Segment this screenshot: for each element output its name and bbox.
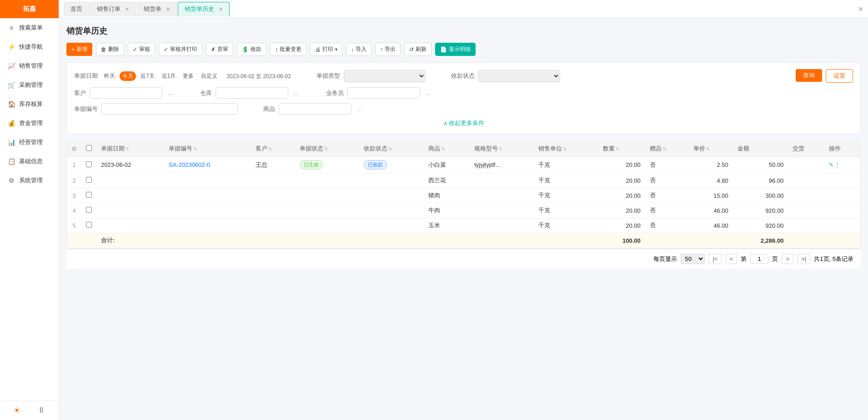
row-checkbox[interactable] — [86, 177, 92, 183]
first-page-button[interactable]: |< — [708, 254, 722, 264]
cell-customer: 王总 — [251, 157, 295, 173]
sidebar-bottom-icon2[interactable]: ⏸ — [37, 405, 45, 415]
batch-change-button[interactable]: ↕ 批量变更 — [270, 43, 306, 56]
sidebar-item-inventory[interactable]: 🏠 库存核算 — [0, 95, 59, 114]
customer-input[interactable] — [90, 87, 162, 99]
warehouse-input[interactable] — [216, 87, 288, 99]
goods-input[interactable] — [279, 103, 351, 115]
sidebar-item-quick-nav[interactable]: ⚡ 快捷导航 — [0, 37, 59, 56]
date-btn-custom[interactable]: 自定义 — [198, 71, 220, 81]
print-button[interactable]: 🖨 打印 ▾ — [310, 43, 342, 56]
new-button[interactable]: + 新增 — [66, 43, 92, 56]
doc-no-link[interactable]: SA-20230602-0 — [169, 161, 210, 168]
date-btn-today[interactable]: 今天 — [120, 71, 136, 81]
sort-collect-status[interactable]: 收款状态⇅ — [364, 145, 419, 153]
close-tab-sales-order[interactable]: ✕ — [125, 6, 129, 12]
date-btn-1month[interactable]: 近1月 — [159, 71, 179, 81]
salesperson-input[interactable] — [347, 87, 420, 99]
collect-status-select[interactable] — [478, 70, 560, 82]
tabs-close-all-icon[interactable]: ✕ — [858, 5, 863, 13]
goods-label: 商品 — [263, 105, 275, 113]
sort-doc-status[interactable]: 单据状态⇅ — [300, 145, 355, 153]
cell-goods: 西兰花 — [424, 173, 470, 188]
cell-check[interactable] — [81, 203, 96, 218]
sort-spec[interactable]: 规格型号⇅ — [474, 145, 529, 153]
sidebar-item-sys-mgmt[interactable]: ⚙ 系统管理 — [0, 171, 59, 190]
sidebar-item-base-info[interactable]: 📋 基础信息 — [0, 152, 59, 171]
sidebar-bottom-icon1[interactable]: ☀ — [13, 405, 20, 415]
per-page-label: 每页显示 — [653, 255, 677, 263]
collapse-button[interactable]: ∧ 收起更多条件 — [443, 119, 484, 127]
th-settings[interactable]: ⚙ — [67, 141, 81, 157]
refresh-button[interactable]: ↺ 刷新 — [404, 43, 431, 56]
page-number-input[interactable] — [750, 254, 768, 264]
prev-page-button[interactable]: < — [725, 254, 737, 264]
cell-price: 46.00 — [689, 218, 733, 233]
import-button[interactable]: ↓ 导入 — [346, 43, 371, 56]
sidebar-item-label: 采购管理 — [19, 81, 43, 89]
row-checkbox[interactable] — [86, 161, 92, 167]
sort-price[interactable]: 单价⇅ — [693, 145, 728, 153]
tab-sales-order[interactable]: 销售订单 ✕ — [90, 2, 136, 16]
sidebar-item-finance[interactable]: 💰 资金管理 — [0, 114, 59, 133]
cell-check[interactable] — [81, 157, 96, 173]
total-amount: 2,286.00 — [733, 233, 788, 248]
sort-qty[interactable]: 数量⇅ — [603, 145, 641, 153]
cell-check[interactable] — [81, 188, 96, 203]
doc-type-select[interactable] — [344, 70, 426, 82]
customer-ellipsis[interactable]: ... — [166, 90, 175, 96]
table-settings-icon[interactable]: ⚙ — [71, 145, 77, 152]
sort-icon-price: ⇅ — [706, 146, 710, 151]
sort-gift[interactable]: 赠品⇅ — [650, 145, 684, 153]
export-button[interactable]: ↑ 导出 — [375, 43, 401, 56]
th-date: 单据日期⇅ — [96, 141, 164, 157]
cell-check[interactable] — [81, 218, 96, 233]
sort-date[interactable]: 单据日期⇅ — [101, 145, 160, 153]
sort-unit[interactable]: 销售单位⇅ — [538, 145, 593, 153]
date-btn-more[interactable]: 更多 — [180, 71, 196, 81]
row-checkbox[interactable] — [86, 192, 92, 198]
row-edit-icon[interactable]: ✎ — [829, 162, 833, 168]
tab-sales-history[interactable]: 销货单历史 ✕ — [178, 2, 230, 16]
cell-action — [824, 218, 860, 233]
sort-doc-no[interactable]: 单据编号⇅ — [169, 145, 246, 153]
th-collect-status: 收款状态⇅ — [359, 141, 423, 157]
tab-sales-delivery[interactable]: 销货单 ✕ — [137, 2, 177, 16]
sort-goods[interactable]: 商品⇅ — [428, 145, 466, 153]
per-page-select[interactable]: 50 100 — [681, 254, 705, 264]
sidebar-item-ops-mgmt[interactable]: 📊 经营管理 — [0, 133, 59, 152]
cell-check[interactable] — [81, 173, 96, 188]
date-btn-yesterday[interactable]: 昨天 — [101, 71, 118, 81]
th-amount: 金额 — [733, 141, 788, 157]
audit-button[interactable]: ✓ 审核 — [128, 43, 155, 56]
collect-button[interactable]: 💲 收款 — [237, 43, 266, 56]
sort-icon-unit: ⇅ — [563, 146, 567, 151]
goods-ellipsis[interactable]: ... — [355, 105, 364, 112]
cell-trade — [788, 203, 824, 218]
sidebar-item-search-menu[interactable]: ≡ 搜索菜单 — [0, 18, 59, 37]
tab-home[interactable]: 首页 — [64, 2, 89, 16]
show-detail-button[interactable]: 📄 显示明细 — [435, 43, 476, 56]
close-tab-sales-delivery[interactable]: ✕ — [166, 6, 170, 12]
row-checkbox[interactable] — [86, 207, 92, 213]
row-checkbox[interactable] — [86, 222, 92, 228]
sidebar-item-sales-mgmt[interactable]: 📈 销售管理 — [0, 56, 59, 75]
abandon-button[interactable]: ✗ 弃审 — [206, 43, 233, 56]
sort-customer[interactable]: 客户⇅ — [256, 145, 290, 153]
cell-trade — [788, 188, 824, 203]
select-all-checkbox[interactable] — [86, 145, 92, 151]
close-tab-sales-history[interactable]: ✕ — [219, 6, 223, 12]
warehouse-ellipsis[interactable]: ... — [292, 90, 301, 96]
salesperson-ellipsis[interactable]: ... — [424, 90, 432, 96]
audit-print-button[interactable]: ✓ 审核并打印 — [159, 43, 202, 56]
total-price — [689, 233, 733, 248]
row-more-icon[interactable]: ⋮ — [835, 162, 840, 168]
next-page-button[interactable]: > — [782, 254, 793, 264]
set-button[interactable]: 设置 — [826, 69, 853, 83]
date-btn-7days[interactable]: 近7天 — [138, 71, 157, 81]
last-page-button[interactable]: >| — [797, 254, 810, 264]
query-button[interactable]: 查询 — [796, 69, 822, 82]
sidebar-item-purchase-mgmt[interactable]: 🛒 采购管理 — [0, 75, 59, 95]
doc-no-input[interactable] — [101, 103, 238, 115]
delete-button[interactable]: 🗑 删除 — [96, 43, 124, 56]
